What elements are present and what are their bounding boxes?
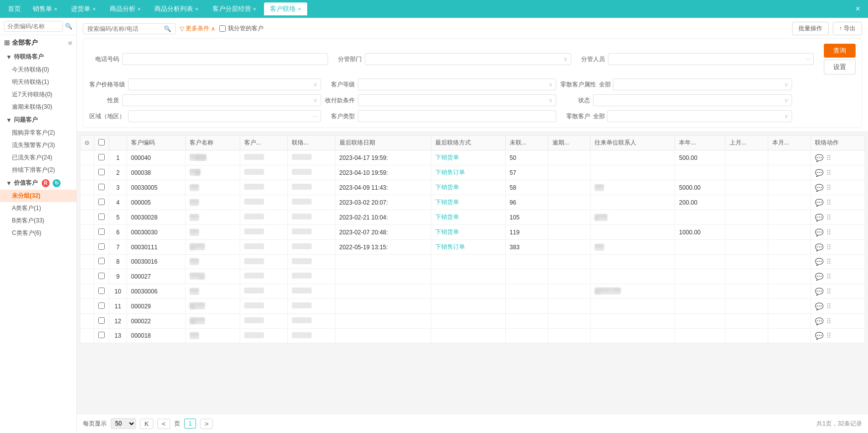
contact-icon[interactable]: 💬 [815, 154, 823, 162]
th-last-date[interactable]: 最后联络日期 [335, 136, 431, 150]
row-last-way[interactable] [431, 299, 506, 314]
person-select[interactable]: ··· [608, 53, 814, 65]
row-checkbox-cell[interactable] [94, 150, 109, 165]
contact-icon[interactable]: 💬 [815, 169, 823, 177]
contact-icon[interactable]: 💬 [815, 258, 823, 266]
row-checkbox-cell[interactable] [94, 240, 109, 255]
sidebar-item-today[interactable]: 今天待联络(0) [0, 64, 76, 76]
more-conditions-btn[interactable]: ▽ 更多条件 ∧ [180, 24, 215, 33]
row-checkbox-cell[interactable] [94, 284, 109, 299]
row-last-way[interactable]: 下销货单 [431, 150, 506, 165]
customer-type-input[interactable] [358, 110, 557, 122]
payment-select[interactable]: ∨ [358, 94, 557, 106]
th-this-month[interactable]: 本月... [768, 136, 810, 150]
row-last-way[interactable]: 下销售订单 [431, 165, 506, 180]
row-checkbox-4[interactable] [98, 214, 105, 220]
row-checkbox-cell[interactable] [94, 195, 109, 210]
sidebar-item-ungrouped[interactable]: 未分组(32) [0, 190, 76, 202]
th-code[interactable]: 客户编码 [127, 136, 186, 150]
contact-icon[interactable]: 💬 [815, 317, 823, 325]
nav-tab-sales[interactable]: 销售单 × [27, 2, 63, 15]
nav-tab-analysis[interactable]: 商品分析 × [104, 2, 146, 15]
th-check[interactable] [94, 136, 109, 150]
export-btn[interactable]: ↑ 导出 [833, 22, 862, 35]
sidebar-item-lost[interactable]: 已流失客户(24) [0, 151, 76, 164]
row-checkbox-cell[interactable] [94, 180, 109, 195]
row-checkbox-cell[interactable] [94, 299, 109, 314]
contact-icon[interactable]: 💬 [815, 199, 823, 207]
row-last-way[interactable] [431, 314, 506, 329]
region-select[interactable]: ··· [128, 110, 321, 122]
customer-level-select[interactable]: ∨ [358, 78, 557, 90]
sidebar-item-7days[interactable]: 近7天待联络(0) [0, 88, 76, 101]
row-checkbox-12[interactable] [98, 332, 105, 338]
close-tab-analysis[interactable]: × [137, 6, 140, 12]
prev-page-btn[interactable]: < [157, 419, 170, 429]
row-last-way[interactable]: 下销货单 [431, 225, 506, 240]
reset-btn[interactable]: 设置 [824, 60, 856, 74]
my-customers-filter[interactable]: 我分管的客户 [219, 24, 264, 33]
phone-input[interactable] [122, 53, 328, 65]
contact-icon[interactable]: 💬 [815, 228, 823, 236]
more-icon[interactable]: ⠿ [826, 302, 831, 310]
group-problem-customers[interactable]: ▼ 问题客户 [0, 113, 76, 127]
row-checkbox-cell[interactable] [94, 210, 109, 225]
close-tab-customer-contact[interactable]: × [298, 6, 301, 12]
row-last-way[interactable]: 下销货单 [431, 195, 506, 210]
row-checkbox-9[interactable] [98, 288, 105, 294]
sidebar-item-declining[interactable]: 持续下滑客户(2) [0, 164, 76, 176]
category-search-icon[interactable]: 🔍 [65, 23, 72, 30]
row-checkbox-cell[interactable] [94, 269, 109, 284]
row-checkbox-8[interactable] [98, 273, 105, 279]
th-name[interactable]: 客户名称 [186, 136, 240, 150]
price-level-select[interactable]: ∨ [128, 78, 321, 90]
row-checkbox-3[interactable] [98, 199, 105, 205]
th-last-way[interactable]: 最后联络方式 [431, 136, 506, 150]
th-contact[interactable]: 联络... [287, 136, 335, 150]
th-partner[interactable]: 往来单位联系人 [591, 136, 675, 150]
retail-customer-select[interactable]: ∨ [607, 110, 792, 122]
more-icon[interactable]: ⠿ [826, 332, 831, 340]
more-icon[interactable]: ⠿ [826, 228, 831, 236]
collapse-sidebar-btn[interactable]: « [68, 38, 72, 47]
row-last-way[interactable] [431, 284, 506, 299]
settings-icon[interactable]: ⚙ [84, 140, 90, 146]
more-icon[interactable]: ⠿ [826, 243, 831, 251]
row-checkbox-cell[interactable] [94, 165, 109, 180]
first-page-btn[interactable]: K [140, 419, 153, 429]
contact-icon[interactable]: 💬 [815, 184, 823, 192]
close-tab-analysis-list[interactable]: × [195, 6, 198, 12]
nav-tab-customer-segment[interactable]: 客户分层经营 × [206, 2, 262, 15]
contact-icon[interactable]: 💬 [815, 332, 823, 340]
close-tab-sales[interactable]: × [54, 6, 57, 12]
nav-tab-purchase[interactable]: 进货单 × [65, 2, 101, 15]
close-tab-purchase[interactable]: × [92, 6, 95, 12]
group-value-customers[interactable]: ▼ 价值客户 R ↻ [0, 176, 76, 190]
row-checkbox-cell[interactable] [94, 225, 109, 240]
close-tab-customer-segment[interactable]: × [253, 6, 256, 12]
contact-icon[interactable]: 💬 [815, 288, 823, 295]
row-checkbox-cell[interactable] [94, 329, 109, 343]
row-last-way[interactable]: 下销售订单 [431, 240, 506, 255]
nature-select[interactable]: ∨ [122, 94, 321, 106]
sidebar-item-churn-warning[interactable]: 流失预警客户(3) [0, 139, 76, 151]
dept-select[interactable]: ∨ [365, 53, 571, 65]
row-last-way[interactable] [431, 329, 506, 343]
contact-icon[interactable]: 💬 [815, 302, 823, 310]
th-settings[interactable]: ⚙ [80, 136, 94, 150]
th-year[interactable]: 本年... [675, 136, 726, 150]
nav-tab-analysis-list[interactable]: 商品分析列表 × [148, 2, 204, 15]
nav-tab-customer-contact[interactable]: 客户联络 × [264, 2, 307, 15]
select-all-checkbox[interactable] [98, 139, 105, 145]
more-icon[interactable]: ⠿ [826, 273, 831, 281]
contact-icon[interactable]: 💬 [815, 214, 823, 221]
all-customers-header[interactable]: ⊞ 全部客户 « [0, 35, 76, 50]
more-icon[interactable]: ⠿ [826, 184, 831, 192]
row-checkbox-6[interactable] [98, 243, 105, 250]
more-icon[interactable]: ⠿ [826, 154, 831, 162]
contact-icon[interactable]: 💬 [815, 243, 823, 251]
sidebar-item-overdue[interactable]: 逾期未联络(30) [0, 101, 76, 113]
query-btn[interactable]: 查询 [824, 44, 856, 58]
more-icon[interactable]: ⠿ [826, 169, 831, 177]
nav-home[interactable]: 首页 [4, 2, 25, 15]
